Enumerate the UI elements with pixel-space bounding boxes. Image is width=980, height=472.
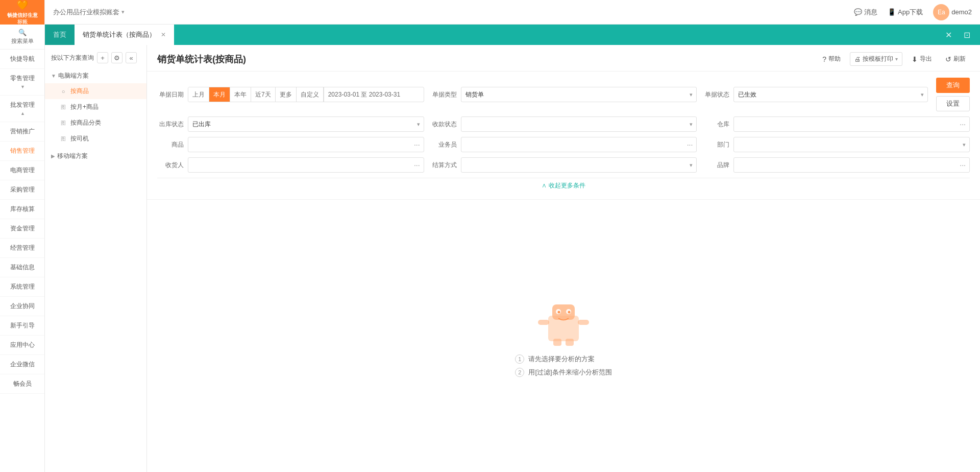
filter-panel-title: 按以下方案查询: [51, 54, 94, 62]
date-last-month-btn[interactable]: 上月: [188, 87, 209, 102]
export-icon: ⬇: [912, 55, 918, 63]
marketing-label: 营销推广: [2, 127, 42, 136]
department-input[interactable]: [733, 137, 970, 152]
content: 按以下方案查询 + ⚙ « ▼ 电脑端方案 ○ 按商品 图: [45, 45, 980, 472]
tab-close-window[interactable]: ✕: [941, 28, 955, 42]
topbar-workspace[interactable]: 办公用品行业模拟账套 ▾: [53, 8, 125, 17]
help-icon: ?: [822, 55, 826, 63]
consignee-label: 收货人: [157, 161, 184, 170]
print-dropdown-arrow: ▾: [895, 56, 898, 62]
by-category-icon: 图: [59, 119, 67, 127]
main-area: 办公用品行业模拟账套 ▾ 💬 消息 📱 App下载 Ea demo2 首页 销货…: [45, 0, 980, 472]
wholesale-label: 批发管理: [2, 101, 42, 109]
refresh-btn[interactable]: ↺ 刷新: [941, 53, 970, 65]
basic-label: 基础信息: [2, 263, 42, 272]
sidebar-item-ecommerce[interactable]: 电商管理: [0, 161, 44, 180]
date-this-month-btn[interactable]: 本月: [209, 87, 230, 102]
retail-label: 零售管理: [2, 74, 42, 83]
filter-item-by-category[interactable]: 图 按商品分类: [45, 115, 146, 131]
date-this-year-btn[interactable]: 本年: [230, 87, 251, 102]
sidebar-item-enterprise[interactable]: 企业协同: [0, 297, 44, 316]
purchase-label: 采购管理: [2, 185, 42, 194]
app-logo[interactable]: 🧡 畅捷信好生意 标账: [0, 0, 44, 25]
sidebar-search[interactable]: 🔍 搜索菜单: [0, 25, 44, 50]
message-icon: 💬: [854, 8, 862, 16]
filter-panel: 按以下方案查询 + ⚙ « ▼ 电脑端方案 ○ 按商品 图: [45, 45, 147, 472]
logo-text: 畅捷信好生意: [7, 12, 38, 18]
sales-label: 销售管理: [2, 147, 42, 155]
enterprise-label: 企业协同: [2, 302, 42, 311]
sidebar-item-app-center[interactable]: 应用中心: [0, 336, 44, 355]
doc-status-input[interactable]: [733, 87, 928, 102]
topbar-app-download[interactable]: 📱 App下载: [888, 8, 923, 17]
salesperson-label: 业务员: [430, 140, 457, 149]
topbar-message[interactable]: 💬 消息: [854, 8, 877, 17]
date-custom-btn[interactable]: 自定义: [297, 87, 324, 102]
sidebar-item-wholesale[interactable]: 批发管理 ▲: [0, 96, 44, 122]
filter-group-desktop-title[interactable]: ▼ 电脑端方案: [45, 68, 146, 83]
sidebar-item-retail[interactable]: 零售管理 ▼: [0, 69, 44, 96]
tab-close-icon[interactable]: ✕: [161, 31, 166, 38]
sidebar-item-finance[interactable]: 资金管理: [0, 219, 44, 239]
tab-sales-stats[interactable]: 销货单统计表（按商品） ✕: [75, 25, 174, 45]
warehouse-input[interactable]: [733, 116, 970, 132]
payment-status-input[interactable]: [461, 116, 697, 132]
sidebar-item-operations[interactable]: 经营管理: [0, 239, 44, 258]
product-input[interactable]: [188, 137, 424, 152]
sidebar-item-basic[interactable]: 基础信息: [0, 258, 44, 277]
help-btn[interactable]: ? 帮助: [818, 53, 845, 65]
sidebar-item-purchase[interactable]: 采购管理: [0, 180, 44, 200]
topbar-user[interactable]: Ea demo2: [933, 4, 972, 20]
desktop-group-label: 电脑端方案: [58, 72, 89, 80]
date-range-bar: 上月 本月 本年 近7天 更多 自定义 2023-03-01 至 2023-03…: [188, 87, 424, 102]
tab-maximize[interactable]: ⊡: [960, 28, 974, 42]
filter-item-by-machine[interactable]: 图 按司机: [45, 131, 146, 147]
collapse-label: ∧ 收起更多条件: [542, 182, 585, 189]
svg-rect-9: [566, 339, 574, 346]
sidebar-item-system[interactable]: 系统管理: [0, 277, 44, 297]
filter-row-2: 出库状态 ▾ 收款状态 ▾: [157, 116, 970, 132]
sidebar-item-quick-nav[interactable]: 快捷导航: [0, 50, 44, 69]
sidebar-item-guide[interactable]: 新手引导: [0, 316, 44, 336]
tab-sales-stats-label: 销货单统计表（按商品）: [83, 30, 156, 39]
settings-scheme-btn[interactable]: ⚙: [111, 52, 122, 63]
empty-text: 1 请先选择要分析的方案 2 用[过滤]条件来缩小分析范围: [515, 355, 611, 377]
doc-status-label: 单据状态: [703, 90, 729, 99]
print-btn[interactable]: 🖨 按模板打印 ▾: [850, 52, 902, 66]
add-scheme-btn[interactable]: +: [97, 52, 108, 63]
collapse-panel-btn[interactable]: «: [126, 52, 137, 63]
retail-arrow: ▼: [20, 84, 25, 89]
export-btn[interactable]: ⬇ 导出: [908, 53, 936, 65]
settings-btn[interactable]: 设置: [936, 96, 970, 111]
date-more-btn[interactable]: 更多: [276, 87, 297, 102]
sidebar-item-wechat[interactable]: 企业微信: [0, 355, 44, 374]
filter-consignee: 收货人 ···: [157, 157, 424, 173]
query-btn[interactable]: 查询: [936, 78, 970, 93]
consignee-input[interactable]: [188, 157, 424, 173]
salesperson-input[interactable]: [461, 137, 697, 152]
svg-rect-1: [552, 304, 575, 320]
sidebar-item-marketing[interactable]: 营销推广: [0, 122, 44, 141]
operations-label: 经营管理: [2, 244, 42, 252]
date-7days-btn[interactable]: 近7天: [251, 87, 276, 102]
sidebar-item-inventory[interactable]: 库存核算: [0, 200, 44, 219]
search-label: 搜索菜单: [3, 37, 41, 45]
brand-input[interactable]: [733, 157, 970, 173]
filter-item-by-product[interactable]: ○ 按商品: [45, 83, 146, 99]
doc-type-input[interactable]: [461, 87, 697, 102]
filter-group-mobile-title[interactable]: ▶ 移动端方案: [45, 149, 146, 163]
tab-home[interactable]: 首页: [45, 25, 75, 45]
out-status-input[interactable]: [188, 116, 424, 132]
brand-label: 品牌: [703, 161, 729, 170]
collapse-bar[interactable]: ∧ 收起更多条件: [157, 178, 970, 193]
filter-row-3: 商品 ··· 业务员 ···: [157, 137, 970, 152]
filter-out-status: 出库状态 ▾: [157, 116, 424, 132]
sidebar-item-sales[interactable]: 销售管理: [0, 141, 44, 161]
payment-method-label: 结算方式: [430, 161, 457, 170]
sidebar-item-member[interactable]: 畅会员: [0, 374, 44, 394]
filter-row-1: 单据日期 上月 本月 本年 近7天 更多 自定义 2023-03-01 至 20…: [157, 78, 970, 111]
filter-item-by-month-product[interactable]: 图 按月+商品: [45, 99, 146, 115]
payment-method-input[interactable]: [461, 157, 697, 173]
department-label: 部门: [703, 140, 729, 149]
by-machine-label: 按司机: [70, 134, 89, 143]
